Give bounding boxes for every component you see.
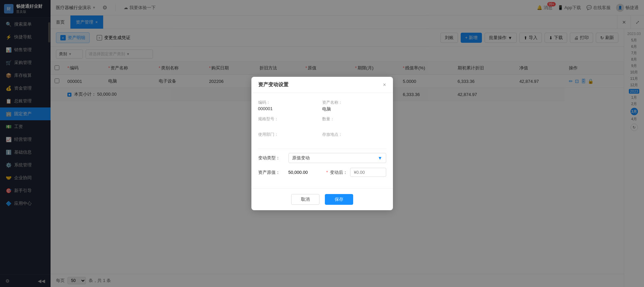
asset-change-modal: 资产变动设置 × 编码： 000001 资产名称： 电脑 规格型号： 数量： (251, 77, 393, 210)
code-value: 000001 (258, 106, 322, 111)
change-type-arrow-icon: ▼ (378, 155, 382, 161)
dept-value (258, 138, 322, 143)
info-spec: 规格型号： (258, 116, 322, 128)
modal-body: 编码： 000001 资产名称： 电脑 规格型号： 数量： 使用部门： (251, 93, 393, 188)
qty-label: 数量： (322, 116, 386, 122)
cancel-button[interactable]: 取消 (291, 194, 319, 205)
change-type-label: 变动类型： (258, 155, 288, 161)
modal-title: 资产变动设置 (258, 82, 288, 88)
after-value-control (350, 168, 386, 177)
modal-divider (258, 149, 386, 149)
modal-info-grid: 编码： 000001 资产名称： 电脑 规格型号： 数量： 使用部门： (258, 100, 386, 143)
modal-close-icon[interactable]: × (383, 82, 386, 88)
dept-label: 使用部门： (258, 132, 322, 137)
spec-value (258, 123, 322, 128)
change-type-value: 原值变动 (292, 155, 310, 161)
info-name: 资产名称： 电脑 (322, 100, 386, 112)
info-qty: 数量： (322, 116, 386, 128)
change-type-select[interactable]: 原值变动 ▼ (288, 153, 386, 163)
location-value (322, 138, 386, 143)
save-button[interactable]: 保存 (325, 194, 353, 205)
qty-value (322, 123, 386, 128)
original-value-value: 50,000.00 (288, 170, 308, 175)
code-label: 编码： (258, 100, 322, 105)
after-value-input[interactable] (350, 168, 386, 177)
change-type-control: 原值变动 ▼ (288, 153, 386, 163)
original-value-row: 资产原值： 50,000.00 * 变动后： (258, 168, 386, 177)
modal-header: 资产变动设置 × (251, 77, 393, 93)
required-star: * (326, 170, 328, 175)
save-label: 保存 (335, 197, 343, 202)
info-location: 存放地点： (322, 132, 386, 143)
info-dept: 使用部门： (258, 132, 322, 143)
modal-footer: 取消 保存 (251, 188, 393, 210)
info-code: 编码： 000001 (258, 100, 322, 112)
original-value-display: 50,000.00 (288, 170, 324, 175)
asset-name-label: 资产名称： (322, 100, 386, 105)
after-label: 变动后： (330, 169, 350, 176)
location-label: 存放地点： (322, 132, 386, 137)
asset-name-value: 电脑 (322, 106, 386, 112)
cancel-label: 取消 (301, 197, 310, 202)
spec-label: 规格型号： (258, 116, 322, 122)
original-value-label: 资产原值： (258, 169, 288, 176)
modal-overlay: 资产变动设置 × 编码： 000001 资产名称： 电脑 规格型号： 数量： (0, 0, 644, 287)
change-type-row: 变动类型： 原值变动 ▼ (258, 153, 386, 163)
